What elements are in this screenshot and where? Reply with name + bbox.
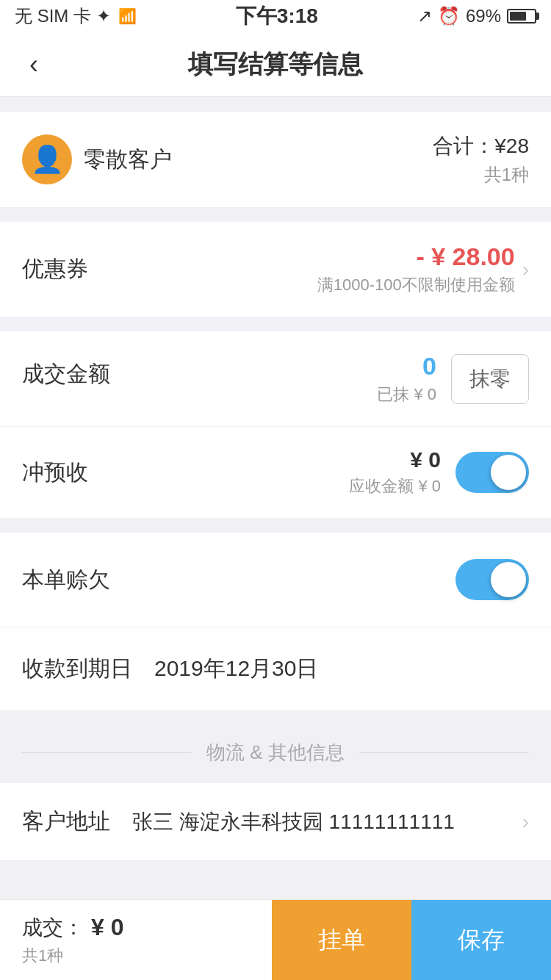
duedate-value: 2019年12月30日 [154,654,318,684]
precharge-amount-block: ¥ 0 应收金额 ¥ 0 [349,447,441,497]
deal-amount-label: 成交金额 [22,352,110,389]
debt-label: 本单赊欠 [22,565,110,595]
toggle-knob [491,455,526,490]
status-time: 下午3:18 [236,2,318,30]
coupon-amount: - ¥ 28.00 [317,242,515,271]
customer-name: 零散客户 [84,145,172,175]
address-chevron-icon: › [522,810,529,834]
address-right: › [522,810,529,834]
debt-toggle-knob [491,562,526,597]
page-title: 填写结算等信息 [188,48,363,82]
status-left: 无 SIM 卡 ✦ 📶 [15,4,137,28]
bottom-deal-label: 成交： [22,914,84,942]
coupon-label: 优惠券 [22,254,88,284]
coupon-description: 满1000-100不限制使用金额 [317,274,515,296]
precharge-label: 冲预收 [22,458,88,488]
address-label: 客户地址 [22,807,110,837]
avatar-icon: 👤 [31,144,64,175]
coupon-row[interactable]: 优惠券 - ¥ 28.00 满1000-100不限制使用金额 › [0,222,551,317]
precharge-sub: 应收金额 ¥ 0 [349,475,441,497]
deal-amount-value: 0 [377,352,436,381]
precharge-right: ¥ 0 应收金额 ¥ 0 [349,447,529,497]
status-bar: 无 SIM 卡 ✦ 📶 下午3:18 ↗ ⏰ 69% [0,0,551,32]
deal-amount-block: 0 已抹 ¥ 0 [377,352,436,406]
bottom-count: 共1种 [22,945,250,967]
battery-icon [507,9,536,24]
precharge-toggle[interactable] [455,452,529,493]
precharge-amount: ¥ 0 [349,447,441,472]
divider-3 [0,317,551,331]
logistics-label: 物流 & 其他信息 [192,740,359,765]
location-icon: ↗ [417,6,432,26]
round-off-button[interactable]: 抹零 [451,354,529,404]
avatar: 👤 [22,134,72,184]
chevron-right-icon: › [522,258,529,281]
coupon-detail: - ¥ 28.00 满1000-100不限制使用金额 [317,242,515,296]
bottom-bar: 成交： ¥ 0 共1种 挂单 保存 [0,899,551,980]
nav-bar: ‹ 填写结算等信息 [0,32,551,97]
deal-right: 0 已抹 ¥ 0 抹零 [377,352,529,406]
customer-left: 👤 零散客户 [22,134,172,184]
sim-label: 无 SIM 卡 ✦ [15,4,111,28]
header-line-left [22,752,192,753]
save-button[interactable]: 保存 [411,900,551,981]
deal-section: 成交金额 0 已抹 ¥ 0 抹零 冲预收 ¥ 0 应收金额 ¥ 0 [0,331,551,518]
customer-total: 合计：¥28 [433,132,529,160]
debt-section: 本单赊欠 收款到期日 2019年12月30日 [0,533,551,710]
divider-5 [0,710,551,725]
debt-toggle[interactable] [455,559,529,600]
hold-button[interactable]: 挂单 [272,900,411,981]
divider-4 [0,518,551,533]
debt-row: 本单赊欠 [0,533,551,627]
status-right: ↗ ⏰ 69% [417,6,536,26]
battery-percent: 69% [466,6,501,26]
customer-right: 合计：¥28 共1种 [433,132,529,187]
customer-count: 共1种 [433,163,529,187]
bottom-summary: 成交： ¥ 0 共1种 [0,914,272,967]
alarm-icon: ⏰ [438,6,460,26]
header-line-right [359,752,529,753]
address-value: 张三 海淀永丰科技园 11111111111 [132,808,522,836]
bottom-deal-row: 成交： ¥ 0 [22,914,250,942]
duedate-row: 收款到期日 2019年12月30日 [0,627,551,710]
logistics-header: 物流 & 其他信息 [0,725,551,780]
wifi-icon: 📶 [118,7,137,25]
divider-2 [0,207,551,222]
customer-row: 👤 零散客户 合计：¥28 共1种 [0,112,551,207]
precharge-row: 冲预收 ¥ 0 应收金额 ¥ 0 [0,427,551,518]
deal-sub-label: 已抹 ¥ 0 [377,383,436,406]
bottom-deal-amount: ¥ 0 [91,914,123,941]
deal-amount-row: 成交金额 0 已抹 ¥ 0 抹零 [0,331,551,427]
address-row[interactable]: 客户地址 张三 海淀永丰科技园 11111111111 › [0,783,551,860]
back-button[interactable]: ‹ [22,42,46,87]
duedate-label: 收款到期日 [22,654,132,684]
coupon-right: - ¥ 28.00 满1000-100不限制使用金额 › [317,242,529,296]
divider-1 [0,97,551,112]
